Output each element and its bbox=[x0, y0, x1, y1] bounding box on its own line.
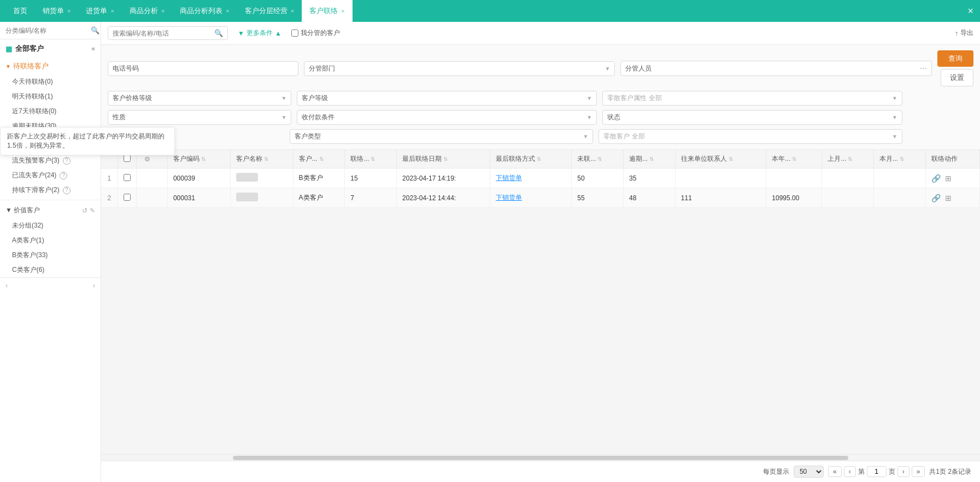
my-customers-checkbox[interactable] bbox=[291, 30, 298, 37]
nav-purchase[interactable]: 进货单 × bbox=[78, 0, 121, 22]
select-all-checkbox[interactable] bbox=[124, 155, 131, 162]
payment-filter[interactable]: 收付款条件 ▼ bbox=[297, 110, 597, 125]
name-sort-icon[interactable]: ⇅ bbox=[264, 156, 268, 162]
nav-customer-segment-close[interactable]: × bbox=[291, 8, 294, 14]
unit-sort-icon[interactable]: ⇅ bbox=[729, 156, 733, 162]
sidebar-section-pending[interactable]: ▼ 待联络客户 bbox=[0, 58, 101, 74]
next-page-btn[interactable]: › bbox=[897, 466, 909, 477]
sidebar-value-label[interactable]: ▼ 价值客户 bbox=[5, 206, 40, 215]
type-sort-icon[interactable]: ⇅ bbox=[319, 156, 324, 162]
sidebar-grade-c[interactable]: C类客户(6) bbox=[0, 263, 101, 277]
row-type: B类客户 bbox=[293, 169, 345, 188]
query-btn[interactable]: 查询 bbox=[937, 50, 973, 67]
sidebar-value-customer-header: ▼ 价值客户 ↺ ✎ bbox=[0, 202, 101, 218]
row-checkbox[interactable] bbox=[124, 174, 131, 181]
gear-settings-icon[interactable]: ⚙ bbox=[142, 154, 152, 164]
date-sort-icon[interactable]: ⇅ bbox=[443, 156, 448, 162]
horizontal-scrollbar[interactable] bbox=[101, 454, 980, 461]
dept-filter[interactable]: 分管部门 ▼ bbox=[304, 61, 615, 76]
my-customers-filter[interactable]: 我分管的客户 bbox=[291, 28, 340, 38]
sidebar-search-input[interactable] bbox=[5, 27, 87, 34]
value-customer-refresh-icon[interactable]: ↺ bbox=[82, 207, 87, 214]
contact-sort-icon[interactable]: ⇅ bbox=[371, 156, 375, 162]
overdue-sort-icon[interactable]: ⇅ bbox=[649, 156, 654, 162]
grade-filter[interactable]: 客户等级 ▼ bbox=[297, 91, 597, 106]
nav-product-analysis-close[interactable]: × bbox=[161, 8, 165, 14]
row-checkbox-cell[interactable] bbox=[118, 188, 136, 208]
row-checkbox[interactable] bbox=[124, 194, 131, 201]
th-overdue: 逾期... ⇅ bbox=[624, 150, 676, 169]
prev-page-btn[interactable]: ‹ bbox=[844, 466, 856, 477]
sidebar-declining[interactable]: 持续下滑客户(2) ? bbox=[0, 183, 101, 198]
nav-customer-contact[interactable]: 客户联络 × bbox=[302, 0, 352, 22]
sidebar-today-pending[interactable]: 今天待联络(0) bbox=[0, 74, 101, 89]
more-conditions-btn[interactable]: ▼ 更多条件 ▲ bbox=[233, 26, 286, 40]
sidebar-prev-icon[interactable]: ‹ bbox=[5, 281, 8, 289]
staff-more-icon[interactable]: ··· bbox=[920, 63, 927, 73]
nav-customer-contact-close[interactable]: × bbox=[341, 8, 344, 14]
sidebar-churn-warning[interactable]: 流失预警客户(3) ? bbox=[0, 153, 101, 168]
row-last-date: 2023-04-17 14:19: bbox=[397, 169, 490, 188]
gender-filter[interactable]: 性质 ▼ bbox=[108, 110, 291, 125]
table-row: 1 000039 B类客户 15 2023-04-17 14:19: 下销货单 … bbox=[101, 169, 980, 188]
method-sort-icon[interactable]: ⇅ bbox=[537, 156, 541, 162]
last-month-sort-icon[interactable]: ⇅ bbox=[848, 156, 852, 162]
nav-product-analysis[interactable]: 商品分析 × bbox=[122, 0, 172, 22]
declining-info-icon[interactable]: ? bbox=[63, 187, 71, 194]
staff-input[interactable] bbox=[664, 65, 919, 72]
sidebar-grade-b[interactable]: B类客户(33) bbox=[0, 248, 101, 263]
customer-type-filter[interactable]: 客户类型 ▼ bbox=[290, 129, 594, 144]
nav-product-list[interactable]: 商品分析列表 × bbox=[172, 0, 237, 22]
action-link-icon[interactable]: 🔗 bbox=[931, 194, 941, 202]
status-filter[interactable]: 状态 ▼ bbox=[602, 110, 902, 125]
zero-customer-filter[interactable]: 零散客户 全部 ▼ bbox=[598, 129, 902, 144]
staff-filter[interactable]: 分管人员 ··· bbox=[620, 61, 932, 76]
sidebar-ungrouped[interactable]: 未分组(32) bbox=[0, 218, 101, 233]
this-month-sort-icon[interactable]: ⇅ bbox=[900, 156, 904, 162]
sidebar-search-icon[interactable]: 🔍 bbox=[91, 26, 99, 34]
nav-product-list-close[interactable]: × bbox=[226, 8, 229, 14]
sidebar-tomorrow-pending[interactable]: 明天待联络(1) bbox=[0, 89, 101, 104]
search-icon[interactable]: 🔍 bbox=[214, 29, 223, 37]
row-name bbox=[230, 169, 293, 188]
nav-sales-close[interactable]: × bbox=[67, 8, 71, 14]
churned-info-icon[interactable]: ? bbox=[60, 172, 67, 179]
search-input[interactable] bbox=[113, 30, 211, 37]
last-page-btn[interactable]: » bbox=[912, 466, 925, 477]
sidebar-grade-a[interactable]: A类客户(1) bbox=[0, 233, 101, 248]
value-customer-edit-icon[interactable]: ✎ bbox=[90, 207, 95, 214]
sidebar-next-icon[interactable]: › bbox=[93, 281, 95, 289]
sidebar-7day-pending[interactable]: 近7天待联络(0) bbox=[0, 104, 101, 119]
action-grid-icon[interactable]: ⊞ bbox=[945, 174, 952, 183]
nav-sales[interactable]: 销货单 × bbox=[35, 0, 78, 22]
unread-sort-icon[interactable]: ⇅ bbox=[597, 156, 602, 162]
sidebar-collapse-btn[interactable]: « bbox=[91, 45, 95, 53]
price-grade-arrow-icon: ▼ bbox=[281, 95, 287, 101]
close-all-tabs[interactable]: × bbox=[967, 5, 973, 17]
action-link-icon[interactable]: 🔗 bbox=[931, 174, 941, 183]
dept-input[interactable] bbox=[347, 65, 603, 72]
payment-arrow-icon: ▼ bbox=[586, 114, 592, 120]
row-checkbox-cell[interactable] bbox=[118, 169, 136, 188]
nav-purchase-close[interactable]: × bbox=[110, 8, 114, 14]
sidebar-churned[interactable]: 已流失客户(24) ? bbox=[0, 168, 101, 183]
search-box[interactable]: 🔍 bbox=[108, 26, 228, 40]
nav-home[interactable]: 首页 bbox=[5, 0, 35, 22]
action-grid-icon[interactable]: ⊞ bbox=[945, 194, 952, 202]
page-size-select[interactable]: 50 100 200 bbox=[794, 466, 824, 478]
dept-dropdown-icon[interactable]: ▼ bbox=[605, 66, 611, 72]
phone-input[interactable] bbox=[151, 65, 294, 72]
page-number-input[interactable] bbox=[867, 466, 887, 477]
export-btn[interactable]: ↑ 导出 bbox=[955, 28, 973, 38]
first-page-btn[interactable]: « bbox=[828, 466, 842, 477]
nav-customer-segment[interactable]: 客户分层经营 × bbox=[237, 0, 302, 22]
churn-warning-info-icon[interactable]: ? bbox=[63, 157, 71, 165]
sidebar-search-bar[interactable]: 🔍 bbox=[0, 22, 101, 39]
zero-attr-filter[interactable]: 零散客户属性 全部 ▼ bbox=[602, 91, 902, 106]
setting-btn[interactable]: 设置 bbox=[941, 69, 973, 86]
phone-filter[interactable]: 电话号码 bbox=[108, 61, 298, 76]
row-num: 2 bbox=[101, 188, 118, 208]
code-sort-icon[interactable]: ⇅ bbox=[201, 156, 206, 162]
price-grade-filter[interactable]: 客户价格等级 ▼ bbox=[108, 91, 291, 106]
year-sort-icon[interactable]: ⇅ bbox=[792, 156, 796, 162]
